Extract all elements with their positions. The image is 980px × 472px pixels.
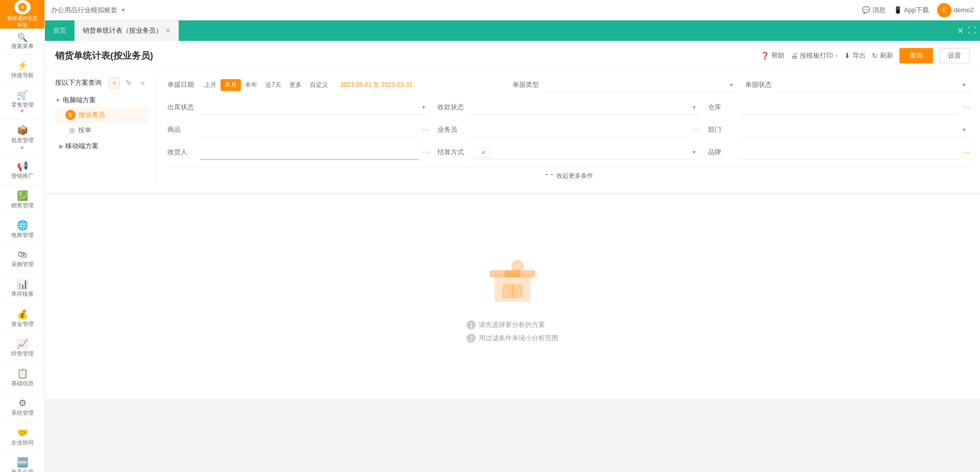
filter-row-3: 商品 ··· 业务员 ··· 部门 ▾: [167, 122, 970, 137]
scheme-panel-title: 按以下方案查询: [55, 78, 102, 87]
date-label: 单据日期: [167, 80, 196, 89]
main-content: 办公用品行业模拟账套 ▾ 💬 消息 📱 App下载 E demo2 首页: [45, 0, 980, 472]
sidebar-item-newguide[interactable]: 🆕 新手引导: [0, 452, 44, 472]
svg-point-6: [515, 265, 517, 266]
scheme-item-by-staff-label: 按业务员: [79, 110, 105, 120]
date-tab-more[interactable]: 更多: [285, 79, 306, 91]
date-tab-thismonth[interactable]: 本月: [220, 79, 241, 91]
print-icon: 🖨: [791, 52, 798, 60]
staff-label: 业务员: [437, 125, 466, 134]
workspace-dropdown[interactable]: ▾: [121, 6, 125, 14]
tip-num-2: 2: [467, 334, 476, 343]
app-name: 畅捷通好生意: [7, 15, 38, 21]
receiptstatus-select[interactable]: ▾: [470, 100, 699, 115]
filter-outstatus: 出库状态 ▾: [167, 100, 429, 115]
empty-tip-1: 1 请先选择要分析的方案: [467, 320, 558, 329]
print-btn[interactable]: 🖨 按模板打印 ▾: [791, 51, 838, 60]
ecommerce-icon: 🌐: [17, 220, 28, 231]
retail-arrow: ▼: [20, 108, 25, 114]
payment-tag-close[interactable]: ✕: [481, 149, 486, 156]
app-download-btn[interactable]: 📱 App下载: [894, 6, 929, 15]
scheme-group-mobile-title[interactable]: ▶ 移动端方案: [55, 139, 149, 153]
message-btn[interactable]: 💬 消息: [862, 6, 886, 15]
warehouse-input[interactable]: [741, 100, 959, 115]
filter-staff: 业务员 ···: [437, 122, 699, 137]
sidebar-item-retail[interactable]: 🛒 零售管理 ▼: [0, 84, 44, 120]
date-tab-thisyear[interactable]: 本年: [241, 79, 261, 91]
consignee-dots[interactable]: ···: [423, 148, 429, 157]
tab-close-icon[interactable]: ✕: [165, 27, 170, 34]
export-btn[interactable]: ⬇ 导出: [844, 51, 866, 60]
filter-row-2: 出库状态 ▾ 收款状态 ▾ 仓库: [167, 100, 970, 115]
sidebar-item-sales[interactable]: 💹 销售管理: [0, 185, 44, 215]
scheme-group-pc: ▼ 电脑端方案 按 按业务员 ⊞ 按单: [55, 93, 149, 137]
scheme-add-btn[interactable]: +: [109, 77, 120, 88]
docstatus-select[interactable]: ▾: [778, 77, 970, 92]
sidebar-item-wholesale[interactable]: 📦 批发管理 ▲: [0, 120, 44, 155]
collab-label: 企业协同: [11, 439, 34, 446]
tab-close-all-btn[interactable]: ✕: [957, 26, 964, 36]
product-input[interactable]: [200, 122, 419, 137]
purchase-icon: 🛍: [18, 249, 27, 260]
warehouse-dots[interactable]: ···: [963, 103, 970, 112]
message-icon: 💬: [862, 6, 870, 14]
retail-icon: 🛒: [17, 89, 28, 101]
sidebar-item-finance[interactable]: 💰 资金管理: [0, 303, 44, 333]
svg-point-5: [511, 260, 524, 272]
filter-receiptstatus: 收款状态 ▾: [437, 100, 699, 115]
collapse-btn[interactable]: ⌃⌃ 收起更多条件: [167, 167, 970, 184]
topbar-right: 💬 消息 📱 App下载 E demo2: [862, 3, 974, 17]
newguide-label: 新手引导: [11, 469, 34, 472]
doctype-select[interactable]: ▾: [545, 77, 737, 92]
scheme-group-pc-arrow: ▼: [55, 97, 61, 103]
scheme-group-mobile: ▶ 移动端方案: [55, 139, 149, 153]
sidebar-item-operations[interactable]: 📈 经营管理: [0, 333, 44, 363]
sidebar-item-purchase[interactable]: 🛍 采购管理: [0, 244, 44, 273]
print-arrow: ▾: [835, 53, 838, 59]
consignee-input[interactable]: [200, 145, 419, 160]
sidebar-item-system[interactable]: ⚙ 系统管理: [0, 392, 44, 422]
inventory-icon: 📊: [17, 278, 28, 290]
outstatus-select[interactable]: ▾: [200, 100, 429, 115]
tab-home[interactable]: 首页: [45, 20, 75, 41]
brand-input[interactable]: [741, 145, 959, 160]
inventory-label: 库存核算: [11, 291, 34, 297]
query-btn[interactable]: 查询: [899, 48, 933, 63]
sidebar-item-ecommerce[interactable]: 🌐 电商管理: [0, 215, 44, 244]
product-label: 商品: [167, 125, 196, 134]
scheme-group-pc-title[interactable]: ▼ 电脑端方案: [55, 93, 149, 107]
payment-arrow: ▾: [693, 149, 696, 156]
date-tab-custom[interactable]: 自定义: [306, 79, 332, 91]
dept-select[interactable]: ▾: [741, 122, 970, 137]
sidebar-search[interactable]: 🔍 搜索菜单: [0, 29, 44, 55]
help-btn[interactable]: ❓ 帮助: [761, 51, 785, 60]
sidebar-item-marketing[interactable]: 📢 营销推广: [0, 155, 44, 185]
date-tab-lastmonth[interactable]: 上月: [200, 79, 220, 91]
empty-tip-1-text: 请先选择要分析的方案: [479, 320, 545, 329]
basicinfo-label: 基础信息: [11, 380, 34, 387]
scheme-item-by-order[interactable]: ⊞ 按单: [55, 123, 149, 137]
doctype-arrow: ▾: [730, 81, 733, 88]
tab-sales-stat[interactable]: 销货单统计表（按业务员） ✕: [75, 20, 179, 41]
system-label: 系统管理: [11, 410, 34, 416]
sidebar-item-inventory[interactable]: 📊 库存核算: [0, 273, 44, 303]
app-subtitle: 标版: [17, 21, 28, 29]
sidebar-item-collab[interactable]: 🤝 企业协同: [0, 422, 44, 452]
product-dots[interactable]: ···: [423, 125, 429, 134]
sidebar-item-basicinfo[interactable]: 📋 基础信息: [0, 363, 44, 392]
settings-btn[interactable]: 设置: [939, 48, 970, 63]
date-tab-7days[interactable]: 近7天: [261, 79, 285, 91]
scheme-collapse-btn[interactable]: «: [137, 77, 149, 88]
brand-dots[interactable]: ···: [963, 148, 970, 157]
payment-select[interactable]: ✕ ▾: [470, 145, 699, 160]
staff-input[interactable]: [470, 122, 689, 137]
sales-label: 销售管理: [11, 202, 34, 209]
sidebar-item-quicknav[interactable]: ⚡ 快捷导航: [0, 55, 44, 84]
tab-expand-btn[interactable]: ⛶: [968, 26, 976, 35]
scheme-edit-btn[interactable]: ✎: [123, 77, 134, 88]
staff-dots[interactable]: ···: [693, 125, 699, 134]
user-area[interactable]: E demo2: [937, 3, 974, 17]
filter-row-4: 收货人 ··· 结算方式 ✕: [167, 145, 970, 160]
refresh-btn[interactable]: ↻ 刷新: [872, 51, 893, 60]
scheme-item-by-staff[interactable]: 按 按业务员: [55, 107, 149, 123]
